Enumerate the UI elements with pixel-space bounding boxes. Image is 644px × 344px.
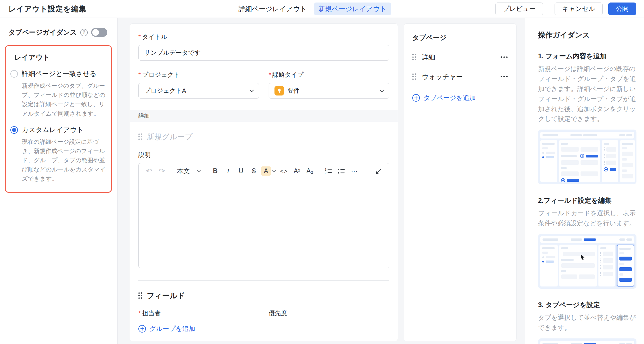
code-button[interactable]: <> <box>278 166 290 177</box>
description-field-label: 説明 <box>138 151 389 159</box>
page-title: レイアウト設定を編集 <box>8 4 86 14</box>
chevron-down-icon <box>250 88 254 92</box>
fields-section-title: フィールド <box>147 291 185 301</box>
radio-unselected-icon[interactable] <box>10 70 18 78</box>
tab-pages-panel: タブページ 詳細 ウォッチャー タブページを追加 <box>404 23 517 341</box>
project-field-label: * プロジェクト <box>138 71 259 79</box>
guidance-illustration-1 <box>538 130 636 184</box>
form-card-footer: グループを追加 <box>130 316 398 341</box>
tab-guidance-row: タブページガイダンス ? <box>5 28 112 37</box>
description-editor-area[interactable] <box>139 179 389 268</box>
toggle-knob <box>92 29 99 36</box>
drag-handle-icon[interactable] <box>412 73 416 80</box>
tab-guidance-label: タブページガイダンス <box>8 28 77 37</box>
redo-icon[interactable]: ↷ <box>156 166 168 177</box>
guidance-step-2-title: 2.フィールド設定を編集 <box>538 196 637 205</box>
tab-page-item-watcher[interactable]: ウォッチャー <box>412 72 508 81</box>
guidance-step-1-title: 1. フォーム内容を追加 <box>538 52 637 61</box>
add-group-link[interactable]: グループを追加 <box>138 324 195 333</box>
preview-button[interactable]: プレビュー <box>495 3 543 15</box>
project-select[interactable]: プロジェクトA <box>138 83 259 99</box>
italic-button[interactable]: I <box>222 166 234 177</box>
toolbar-separator <box>206 168 206 175</box>
new-group-title: 新規グループ <box>147 132 193 142</box>
bold-button[interactable]: B <box>209 166 221 177</box>
drag-handle-icon[interactable] <box>138 133 143 140</box>
issue-type-field-label: * 課題タイプ <box>269 71 389 79</box>
guidance-illustration-2 <box>538 234 636 289</box>
publish-button[interactable]: 公開 <box>608 3 636 15</box>
plus-circle-icon <box>138 325 146 333</box>
chevron-down-icon <box>380 88 384 92</box>
requirement-bulb-icon <box>274 86 284 95</box>
title-field-label: * タイトル <box>138 33 389 41</box>
layout-option-custom[interactable]: カスタムレイアウト 現在の詳細ページ設定に基づき、新規作成ページのフィールド、グ… <box>10 125 106 183</box>
guidance-illustration-3 <box>538 338 636 344</box>
add-tab-page-link[interactable]: タブページを追加 <box>412 94 508 102</box>
paragraph-style-dropdown[interactable]: 本文 <box>175 166 202 177</box>
radio-selected-icon[interactable] <box>10 126 18 134</box>
title-input[interactable] <box>138 45 389 61</box>
superscript-button[interactable]: A² <box>291 166 303 177</box>
undo-icon[interactable]: ↶ <box>143 166 155 177</box>
layout-section-title: レイアウト <box>14 53 106 62</box>
required-mark: * <box>269 71 271 78</box>
chevron-down-icon[interactable] <box>272 169 276 172</box>
guidance-step-2-body: フィールドカードを選択し、表示条件や必須設定などを行います。 <box>538 208 637 228</box>
ordered-list-icon[interactable]: 12 <box>323 166 334 177</box>
drag-handle-icon[interactable] <box>412 54 416 61</box>
rich-text-editor: ↶ ↷ 本文 B I U S A <> A² A₂ 12 ··· <box>138 163 389 268</box>
editor-toolbar: ↶ ↷ 本文 B I U S A <> A² A₂ 12 ··· <box>139 163 389 179</box>
guidance-step-3-title: 3. タブページを設定 <box>538 300 637 309</box>
header-bar: レイアウト設定を編集 詳細ページレイアウト 新規ページレイアウト プレビュー キ… <box>0 0 644 18</box>
more-tools-icon[interactable]: ··· <box>348 166 360 177</box>
tab-page-item-detail[interactable]: 詳細 <box>412 53 508 62</box>
chevron-down-icon <box>197 169 201 172</box>
more-menu-icon[interactable] <box>501 56 508 58</box>
underline-button[interactable]: U <box>235 166 247 177</box>
layout-mode-tabs: 詳細ページレイアウト 新規ページレイアウト <box>234 3 391 15</box>
tab-new-page-layout[interactable]: 新規ページレイアウト <box>314 3 391 15</box>
guidance-step-1-body: 新規ページは詳細ページの既存のフィールド・グループ・タブを追加できます。詳細ペー… <box>538 64 637 124</box>
layout-options-highlight-box: レイアウト 詳細ページと一致させる 新規作成ページのタブ、グループ、フィールドの… <box>5 45 112 193</box>
guidance-step-3-body: タブを選択して並べ替えや編集ができます。 <box>538 313 637 333</box>
project-select-value: プロジェクトA <box>144 87 186 95</box>
option-description: 現在の詳細ページ設定に基づき、新規作成ページのフィールド、グループ、タブの範囲や… <box>22 137 106 183</box>
toolbar-separator <box>171 168 171 175</box>
tab-page-label: 詳細 <box>422 53 435 62</box>
tab-pages-title: タブページ <box>412 33 508 42</box>
option-label: カスタムレイアウト <box>22 125 106 134</box>
header-actions: プレビュー キャンセル 公開 <box>495 3 636 15</box>
svg-text:1: 1 <box>325 168 326 171</box>
layout-option-match-detail[interactable]: 詳細ページと一致させる 新規作成ページのタブ、グループ、フィールドの並び順などの… <box>10 69 106 118</box>
cancel-button[interactable]: キャンセル <box>555 3 603 15</box>
operation-guidance-panel: 操作ガイダンス 1. フォーム内容を追加 新規ページは詳細ページの既存のフィール… <box>525 18 644 344</box>
pointer-cursor-icon <box>580 254 586 261</box>
left-sidebar: タブページガイダンス ? レイアウト 詳細ページと一致させる 新規作成ページのタ… <box>0 18 118 344</box>
svg-text:2: 2 <box>325 171 326 175</box>
issue-type-select-value: 要件 <box>287 87 300 95</box>
font-color-button[interactable]: A <box>261 166 271 176</box>
strikethrough-button[interactable]: S <box>248 166 260 177</box>
tab-guidance-toggle[interactable] <box>91 28 107 37</box>
help-icon[interactable]: ? <box>80 29 88 36</box>
detail-section-tab[interactable]: 詳細 <box>130 110 398 122</box>
more-menu-icon[interactable] <box>501 76 508 78</box>
section-divider <box>138 280 389 281</box>
required-mark: * <box>138 310 141 317</box>
tab-page-label: ウォッチャー <box>422 72 463 81</box>
subscript-button[interactable]: A₂ <box>304 166 316 177</box>
plus-circle-icon <box>412 94 420 102</box>
option-description: 新規作成ページのタブ、グループ、フィールドの並び順などの設定は詳細ページと一致し… <box>22 81 106 118</box>
option-label: 詳細ページと一致させる <box>22 69 106 78</box>
bullet-list-icon[interactable] <box>335 166 347 177</box>
expand-editor-icon[interactable] <box>373 166 385 177</box>
tab-detail-page-layout[interactable]: 詳細ページレイアウト <box>234 3 311 15</box>
required-mark: * <box>138 71 141 78</box>
new-page-form-card: * タイトル * プロジェクト プロジェクトA * 課題タイプ 要件 <box>130 23 398 341</box>
issue-type-select[interactable]: 要件 <box>269 83 389 99</box>
header-divider <box>549 5 549 13</box>
drag-handle-icon[interactable] <box>138 292 143 299</box>
guidance-title: 操作ガイダンス <box>538 30 637 40</box>
required-mark: * <box>138 33 141 40</box>
